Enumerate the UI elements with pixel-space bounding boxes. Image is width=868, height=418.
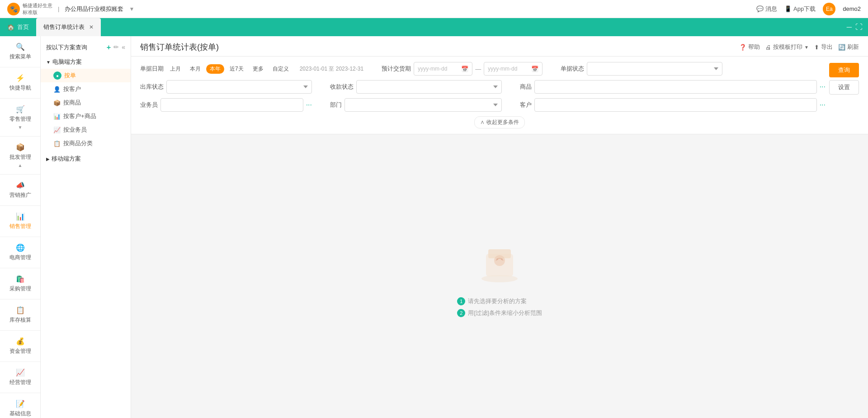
breadcrumb-dropdown-icon[interactable]: ▼: [129, 6, 134, 12]
username-label[interactable]: demo2: [843, 5, 861, 12]
customer-dots-btn[interactable]: ···: [820, 101, 826, 109]
delivery-status-select[interactable]: [166, 80, 312, 94]
shortcut-last-month[interactable]: 上月: [166, 64, 184, 74]
date-separator: —: [475, 66, 481, 72]
left-panel-collapse-btn[interactable]: «: [122, 43, 125, 52]
svg-point-5: [501, 258, 503, 260]
tree-group-desktop[interactable]: ▼ 电脑端方案: [41, 55, 131, 69]
help-btn[interactable]: ❓ 帮助: [739, 43, 760, 51]
left-panel: 按以下方案查询 + ✏ « ▼ 电脑端方案 ● 按单 👤 按客户: [41, 36, 131, 418]
content-area: 按以下方案查询 + ✏ « ▼ 电脑端方案 ● 按单 👤 按客户: [41, 36, 868, 418]
left-panel-edit-btn[interactable]: ✏: [113, 43, 119, 52]
user-avatar[interactable]: Ea: [823, 3, 835, 15]
template-print-btn[interactable]: 🖨 按模板打印 ▼: [765, 43, 809, 51]
empty-state: 1 请先选择要分析的方案 2 用[过滤]条件来缩小分析范围: [131, 134, 868, 418]
product-label: 商品: [520, 83, 532, 91]
tree-item-by-salesperson[interactable]: 📈 按业务员: [41, 123, 131, 137]
tab-minimize-icon[interactable]: ─: [847, 23, 852, 31]
message-btn[interactable]: 💬 消息: [756, 5, 777, 13]
date-label: 单据日期: [140, 65, 164, 73]
sidebar-item-quick-nav[interactable]: ⚡ 快捷导航: [0, 67, 40, 99]
shortcut-last-7-days[interactable]: 近7天: [226, 64, 247, 74]
shortcut-this-year[interactable]: 本年: [206, 64, 224, 74]
filter-rows-with-actions: 单据日期 上月 本月 本年 近7天 更多 自定义: [140, 62, 859, 112]
sidebar-item-purchase[interactable]: 🛍️ 采购管理: [0, 268, 40, 299]
sidebar-item-marketing[interactable]: 📣 营销推广: [0, 175, 40, 206]
shortcut-this-month[interactable]: 本月: [186, 64, 204, 74]
sidebar-item-finance[interactable]: 💰 资金管理: [0, 331, 40, 362]
sidebar-item-operations[interactable]: 📈 经营管理: [0, 362, 40, 393]
salesperson-dots-btn[interactable]: ···: [306, 101, 312, 109]
print-dropdown-icon: ▼: [804, 45, 809, 50]
svg-point-3: [494, 255, 505, 266]
operations-icon: 📈: [16, 368, 25, 377]
filter-row-1: 单据日期 上月 本月 本年 近7天 更多 自定义: [140, 62, 826, 76]
date-shortcuts: 上月 本月 本年 近7天 更多 自定义: [166, 64, 292, 74]
sidebar-item-sales[interactable]: 📊 销售管理: [0, 206, 40, 237]
sidebar-item-wholesale[interactable]: 📦 批发管理 ▲: [0, 137, 40, 175]
delivery-status-label: 出库状态: [140, 83, 164, 91]
salesperson-input[interactable]: [160, 98, 303, 112]
left-panel-title: 按以下方案查询: [46, 43, 87, 52]
department-select-wrapper: [344, 98, 502, 112]
setting-btn[interactable]: 设置: [829, 80, 859, 95]
page-header-actions: ❓ 帮助 🖨 按模板打印 ▼ ⬆ 导出 🔄 刷新: [739, 43, 859, 51]
payment-status-select[interactable]: [356, 80, 502, 94]
refresh-icon: 🔄: [838, 44, 845, 51]
top-bar: 🐾 畅捷通好生意 标准版 | 办公用品行业模拟账套 ▼ 💬 消息 📱 App下载…: [0, 0, 868, 18]
hint-1-text: 请先选择要分析的方案: [468, 297, 527, 305]
customer-group: 客户 ···: [520, 98, 826, 112]
delivery-status-select-wrapper: [166, 80, 312, 94]
tree-item-by-product[interactable]: 📦 按商品: [41, 96, 131, 109]
salesperson-group: 业务员 ···: [140, 98, 312, 112]
product-group: 商品 ···: [520, 80, 826, 94]
sidebar-item-ecommerce[interactable]: 🌐 电商管理: [0, 237, 40, 268]
expected-delivery-group: 预计交货期 yyyy-mm-dd 📅 — yyyy-mm-dd 📅: [382, 62, 542, 76]
tree-item-by-customer-product[interactable]: 📊 按客户+商品: [41, 109, 131, 123]
order-status-select[interactable]: [587, 62, 722, 76]
delivery-status-group: 出库状态: [140, 80, 312, 94]
tab-home[interactable]: 🏠 首页: [0, 18, 36, 36]
filter-action-col: 查询 设置: [829, 62, 859, 95]
app-download-btn[interactable]: 📱 App下载: [784, 5, 816, 13]
collapse-more-conditions-btn[interactable]: ∧ 收起更多条件: [474, 116, 524, 128]
wholesale-icon: 📦: [16, 143, 25, 152]
department-group: 部门: [330, 98, 502, 112]
tree-group-mobile[interactable]: ▶ 移动端方案: [41, 152, 131, 166]
department-select[interactable]: [344, 98, 502, 112]
sidebar-item-search[interactable]: 🔍 搜索菜单: [0, 36, 40, 67]
sidebar-item-retail[interactable]: 🛒 零售管理 ▼: [0, 99, 40, 137]
by-order-icon: ●: [53, 71, 61, 80]
expected-delivery-start[interactable]: yyyy-mm-dd 📅: [414, 62, 472, 76]
refresh-btn[interactable]: 🔄 刷新: [838, 43, 859, 51]
expected-delivery-label: 预计交货期: [382, 65, 411, 73]
sidebar-item-basic[interactable]: 📝 基础信息: [0, 393, 40, 418]
shortcut-more[interactable]: 更多: [249, 64, 267, 74]
empty-hints: 1 请先选择要分析的方案 2 用[过滤]条件来缩小分析范围: [457, 297, 542, 317]
left-panel-add-btn[interactable]: +: [107, 43, 111, 52]
sales-icon: 📊: [16, 212, 25, 221]
tree-item-by-order[interactable]: ● 按单: [41, 69, 131, 82]
product-input[interactable]: [534, 80, 817, 94]
by-customer-product-icon: 📊: [53, 113, 61, 120]
date-range-text-container: 2023-01-01 至 2023-12-31: [300, 65, 363, 73]
page-title: 销售订单统计表(按单): [140, 42, 219, 52]
tree-item-by-customer[interactable]: 👤 按客户: [41, 82, 131, 96]
product-dots-btn[interactable]: ···: [820, 83, 826, 91]
shortcut-custom[interactable]: 自定义: [269, 64, 292, 74]
export-btn[interactable]: ⬆ 导出: [814, 43, 833, 51]
customer-input[interactable]: [534, 98, 817, 112]
query-btn[interactable]: 查询: [829, 63, 859, 77]
home-icon: 🏠: [7, 24, 14, 31]
by-product-icon: 📦: [53, 100, 61, 106]
tree-item-by-category[interactable]: 📋 按商品分类: [41, 137, 131, 150]
logo-text: 畅捷通好生意 标准版: [23, 2, 52, 15]
tab-close-icon[interactable]: ✕: [89, 24, 94, 30]
tab-sales-order-stats[interactable]: 销售订单统计表 ✕: [36, 18, 101, 36]
finance-icon: 💰: [16, 337, 25, 346]
breadcrumb-title: 办公用品行业模拟账套: [65, 5, 123, 13]
expected-delivery-end[interactable]: yyyy-mm-dd 📅: [484, 62, 542, 76]
empty-illustration: [472, 236, 527, 290]
tab-maximize-icon[interactable]: ⛶: [855, 23, 863, 31]
sidebar-item-inventory[interactable]: 📋 库存核算: [0, 299, 40, 331]
